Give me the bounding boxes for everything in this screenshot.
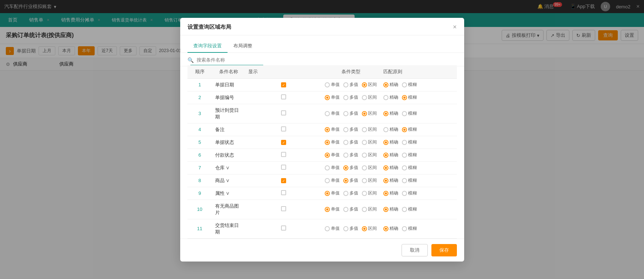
modal-table-wrap: 顺序 条件名称 显示 条件类型 匹配原则 1单据日期✓单值多值区间精确模糊2单据… <box>180 65 464 71</box>
col-header-type: 条件类型 <box>322 65 380 71</box>
modal-tab-layout[interactable]: 布局调整 <box>228 40 258 53</box>
modal-title: 设置查询区域布局 <box>187 24 231 31</box>
modal-tabs: 查询字段设置 布局调整 <box>180 35 464 53</box>
col-header-name: 条件名称 <box>212 65 246 71</box>
modal-close-button[interactable]: × <box>453 24 457 30</box>
modal-tab-query-fields[interactable]: 查询字段设置 <box>187 40 228 53</box>
modal-overlay: 设置查询区域布局 × 查询字段设置 布局调整 🔍 顺序 条件名称 显示 条件类型 <box>0 0 644 71</box>
modal-header: 设置查询区域布局 × <box>180 18 464 35</box>
col-header-show: 显示 <box>245 65 322 71</box>
search-input[interactable] <box>197 57 269 63</box>
col-header-order: 顺序 <box>187 65 212 71</box>
search-icon: 🔍 <box>187 57 194 63</box>
modal-dialog: 设置查询区域布局 × 查询字段设置 布局调整 🔍 顺序 条件名称 显示 条件类型 <box>180 18 464 71</box>
modal-table: 顺序 条件名称 显示 条件类型 匹配原则 1单据日期✓单值多值区间精确模糊2单据… <box>187 65 457 71</box>
col-header-match: 匹配原则 <box>380 65 457 71</box>
modal-search-area: 🔍 <box>180 53 464 66</box>
